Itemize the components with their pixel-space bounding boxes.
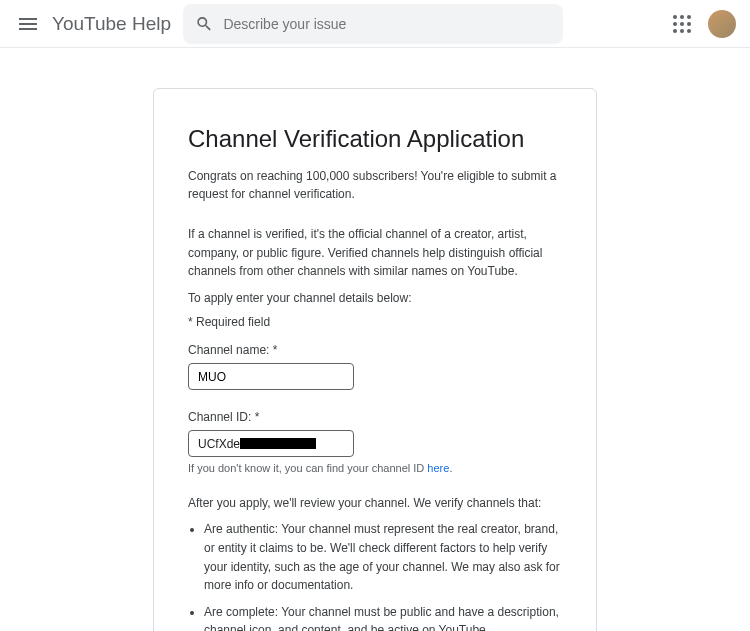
list-item: Are authentic: Your channel must represe… bbox=[204, 520, 562, 594]
redacted-text bbox=[240, 438, 316, 449]
after-apply-text: After you apply, we'll review your chann… bbox=[188, 496, 562, 510]
main-content: Channel Verification Application Congrat… bbox=[0, 48, 750, 631]
apps-button[interactable] bbox=[662, 4, 702, 44]
svg-point-0 bbox=[673, 15, 677, 19]
channel-name-label: Channel name: * bbox=[188, 343, 562, 357]
channel-name-field[interactable] bbox=[188, 363, 354, 390]
apply-text: To apply enter your channel details belo… bbox=[188, 289, 562, 308]
svg-point-5 bbox=[687, 22, 691, 26]
apps-icon bbox=[673, 15, 691, 33]
channel-id-hint: If you don't know it, you can find your … bbox=[188, 462, 562, 474]
avatar[interactable] bbox=[708, 10, 736, 38]
header: YouTube Help bbox=[0, 0, 750, 48]
svg-point-1 bbox=[680, 15, 684, 19]
menu-button[interactable] bbox=[8, 4, 48, 44]
search-input[interactable] bbox=[223, 16, 551, 32]
channel-name-input[interactable] bbox=[198, 370, 344, 384]
criteria-list: Are authentic: Your channel must represe… bbox=[188, 520, 562, 631]
logo-text[interactable]: YouTube Help bbox=[52, 13, 171, 35]
svg-point-2 bbox=[687, 15, 691, 19]
svg-point-6 bbox=[673, 29, 677, 33]
search-box[interactable] bbox=[183, 4, 563, 44]
channel-id-field[interactable]: UCfXde bbox=[188, 430, 354, 457]
channel-id-label: Channel ID: * bbox=[188, 410, 562, 424]
form-card: Channel Verification Application Congrat… bbox=[153, 88, 597, 631]
list-item: Are complete: Your channel must be publi… bbox=[204, 603, 562, 631]
required-note: * Required field bbox=[188, 315, 562, 329]
hamburger-icon bbox=[16, 12, 40, 36]
svg-point-4 bbox=[680, 22, 684, 26]
page-title: Channel Verification Application bbox=[188, 125, 562, 153]
svg-point-3 bbox=[673, 22, 677, 26]
svg-point-7 bbox=[680, 29, 684, 33]
search-icon bbox=[195, 14, 213, 34]
description-text: If a channel is verified, it's the offic… bbox=[188, 225, 562, 281]
channel-id-value: UCfXde bbox=[198, 437, 240, 451]
intro-text: Congrats on reaching 100,000 subscribers… bbox=[188, 167, 562, 203]
here-link[interactable]: here bbox=[427, 462, 449, 474]
svg-point-8 bbox=[687, 29, 691, 33]
